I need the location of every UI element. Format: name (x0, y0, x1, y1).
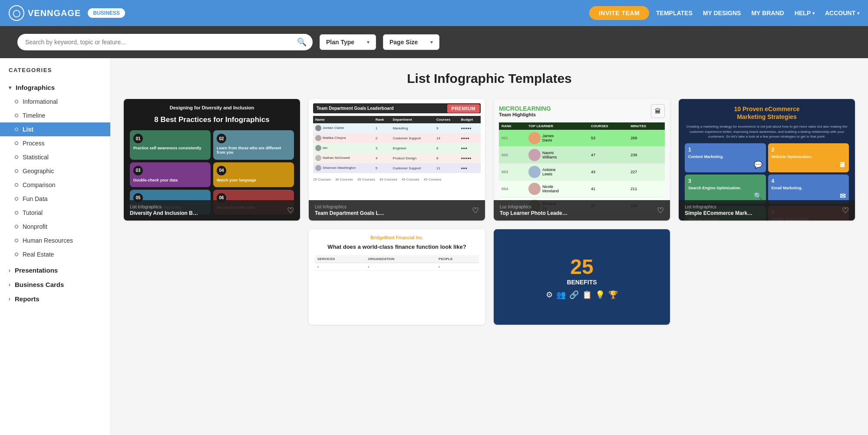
page-size-dropdown[interactable]: Page Size ▾ (383, 34, 439, 50)
sidebar-child-nonprofit[interactable]: Nonprofit (0, 220, 110, 234)
col-rank: Rank (373, 116, 391, 123)
dot-icon (15, 197, 18, 201)
favorite-button[interactable]: ♡ (842, 206, 849, 215)
favorite-button[interactable]: ♡ (472, 206, 479, 215)
dot-icon (15, 183, 18, 187)
logo-icon: ◯ (9, 5, 24, 21)
favorite-button[interactable]: ♡ (287, 206, 294, 215)
card-category: List Infographics (315, 204, 384, 209)
sidebar-child-real-estate[interactable]: Real Estate (0, 247, 110, 261)
card-footer-text: List Infographics Team Department Goals … (315, 204, 384, 216)
template-card-benefits[interactable]: 25 BENEFITS ⚙ 👥 🔗 📋 💡 🏆 (494, 229, 670, 325)
item-text: Learn from those who are different from … (217, 146, 290, 155)
help-chevron-icon: ▾ (812, 11, 815, 16)
sidebar-child-informational[interactable]: Informational (0, 95, 110, 109)
card3-title-black: Team Highlights (499, 112, 551, 117)
template-card-team-goals[interactable]: PREMIUM Team Department Goals Leaderboar… (309, 99, 485, 221)
header: ◯ VENNGAGE BUSINESS INVITE TEAM TEMPLATE… (0, 0, 868, 26)
plan-type-dropdown[interactable]: Plan Type ▾ (320, 34, 376, 50)
favorite-button[interactable]: ♡ (657, 206, 664, 215)
brand-name: VENNGAGE (28, 8, 81, 18)
reports-chevron-icon: › (9, 296, 10, 302)
template-grid: Designing for Diversity and Inclusion 8 … (124, 99, 855, 221)
seo-icon: 🔍 (754, 192, 762, 200)
main-layout: CATEGORIES ▾ Infographics Informational … (0, 58, 868, 435)
card6-number: 25 (500, 255, 664, 279)
card-footer-text: List Infographics Simple ECommerce Marke… (685, 204, 754, 216)
template-card-finance[interactable]: BridgeMont Financial Inc. What does a wo… (309, 229, 485, 325)
sidebar-child-statistical[interactable]: Statistical (0, 150, 110, 164)
card3-header: MICROLEARNING Team Highlights 🏛 (499, 104, 665, 118)
dot-icon (15, 239, 18, 242)
brand-logo[interactable]: ◯ VENNGAGE (9, 5, 81, 21)
card2-summary: 25 Courses30 Courses35 Courses40 Courses… (313, 178, 481, 181)
list-item: 01 Practice self awareness consistently (130, 130, 211, 159)
col-name: Name (313, 116, 373, 123)
sidebar-child-comparison[interactable]: Comparison (0, 178, 110, 192)
sidebar-child-list[interactable]: List (0, 122, 110, 136)
template-card-diversity[interactable]: Designing for Diversity and Inclusion 8 … (124, 99, 300, 221)
learning-center-icon: 🏛 (651, 104, 665, 118)
search-input[interactable] (17, 34, 313, 50)
dot-icon (15, 169, 18, 173)
sidebar: CATEGORIES ▾ Infographics Informational … (0, 58, 111, 435)
list-item: 04 Watch your language (213, 162, 294, 187)
item-text: Watch your language (217, 178, 290, 182)
card-image-finance: BridgeMont Financial Inc. What does a wo… (309, 229, 485, 325)
main-nav: TEMPLATES MY DESIGNS MY BRAND HELP ▾ ACC… (656, 10, 859, 16)
card-footer: List Infographics Diversity And Inclusio… (124, 200, 300, 221)
dot-icon (15, 128, 18, 131)
list-item: 02 Learn from those who are different fr… (213, 130, 294, 159)
table-row: 001 JamesDavis 53269 (499, 130, 665, 147)
card-name: Diversity And Inclusion Best Practic... (130, 210, 199, 216)
list-item: 03 Double-check your data (130, 162, 211, 187)
sidebar-section-infographics: ▾ Infographics Informational Timeline Li… (0, 80, 110, 261)
card-footer: List Infographics Top Learner Photo Lead… (494, 200, 670, 221)
dot-icon (15, 142, 18, 145)
infographics-chevron-icon: ▾ (9, 85, 11, 91)
list-item: 2 Website Optimization. 🖥 (768, 143, 849, 172)
icon6: 🏆 (608, 290, 618, 300)
dot-icon (15, 211, 18, 214)
sidebar-child-tutorial[interactable]: Tutorial (0, 206, 110, 220)
list-item: 4 Email Marketing. ✉ (768, 175, 849, 204)
sidebar-child-fun-data[interactable]: Fun Data (0, 192, 110, 206)
template-card-ecommerce[interactable]: 10 Proven eCommerce Marketing Strategies… (679, 99, 855, 221)
nav-templates[interactable]: TEMPLATES (656, 10, 693, 16)
search-bar-container: 🔍 (17, 34, 313, 50)
card-footer-text: List Infographics Top Learner Photo Lead… (500, 204, 569, 216)
template-card-microlearning[interactable]: MICROLEARNING Team Highlights 🏛 RANK TOP… (494, 99, 670, 221)
table-row: Mallika Chopra 2Customer Support14●●●● (313, 133, 481, 143)
card5-table: SERVICES ORGANIZATION PEOPLE ••• (315, 255, 479, 271)
nav-my-brand[interactable]: MY BRAND (751, 10, 784, 16)
item-number: 02 (217, 134, 226, 143)
card-name: Simple ECommerce Marketing Stra... (685, 210, 754, 216)
content-area: List Infographic Templates Designing for… (111, 58, 868, 435)
sidebar-item-business-cards[interactable]: › Business Cards (0, 277, 110, 292)
card1-subtitle: Designing for Diversity and Inclusion (130, 105, 294, 110)
col-courses: Courses (434, 116, 459, 123)
sidebar-child-geographic[interactable]: Geographic (0, 164, 110, 178)
sidebar-item-infographics[interactable]: ▾ Infographics (0, 80, 110, 95)
search-section: 🔍 Plan Type ▾ Page Size ▾ (0, 26, 868, 58)
nav-account[interactable]: ACCOUNT ▾ (825, 10, 859, 16)
search-button[interactable]: 🔍 (297, 37, 307, 47)
sidebar-item-reports[interactable]: › Reports (0, 292, 110, 306)
card-category: List Infographics (685, 204, 754, 209)
invite-team-button[interactable]: INVITE TEAM (589, 6, 649, 20)
card-category: List Infographics (500, 204, 569, 209)
card-name: Top Learner Photo Leaderboard Mi... (500, 210, 569, 216)
website-opt-icon: 🖥 (838, 161, 845, 169)
sidebar-child-human-resources[interactable]: Human Resources (0, 234, 110, 247)
card-footer-text: List Infographics Diversity And Inclusio… (130, 204, 199, 216)
card3-title-green: MICROLEARNING (499, 105, 551, 112)
account-chevron-icon: ▾ (857, 11, 859, 16)
nav-help[interactable]: HELP ▾ (795, 10, 815, 16)
sidebar-child-process[interactable]: Process (0, 136, 110, 150)
icon1: ⚙ (546, 290, 553, 300)
card6-icons: ⚙ 👥 🔗 📋 💡 🏆 (500, 290, 664, 300)
sidebar-item-presentations[interactable]: › Presentations (0, 263, 110, 277)
dot-icon (15, 225, 18, 228)
sidebar-child-timeline[interactable]: Timeline (0, 109, 110, 122)
nav-my-designs[interactable]: MY DESIGNS (703, 10, 741, 16)
